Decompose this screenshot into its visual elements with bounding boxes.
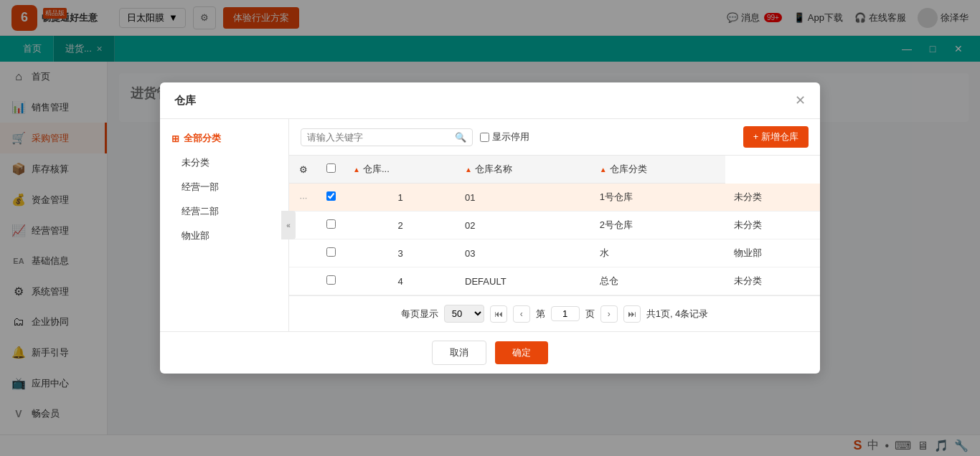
sort-icon-cat[interactable]: ▲ (600, 166, 607, 174)
category-property[interactable]: 物业部 (160, 224, 288, 248)
row-category-cell: 未分类 (725, 267, 820, 295)
grid-icon: ⊞ (171, 133, 179, 144)
all-categories-button[interactable]: ⊞ 全部分类 (160, 126, 288, 151)
row-action-cell (289, 239, 318, 267)
row-action-cell (289, 267, 318, 295)
row-checkbox-cell (318, 212, 344, 239)
table-row[interactable]: 4 DEFAULT 总仓 未分类 (289, 267, 820, 295)
row-checkbox-cell (318, 184, 344, 212)
warehouse-table-wrap: ⚙ ▲ 仓库... (289, 156, 820, 295)
row-code-cell: 03 (456, 239, 591, 267)
row-category-cell: 未分类 (725, 212, 820, 239)
show-disabled-checkbox[interactable] (480, 133, 489, 142)
col-header-category: ▲ 仓库分类 (591, 156, 726, 184)
row-code-cell: 01 (456, 184, 591, 212)
page-number-input[interactable] (551, 306, 580, 321)
modal-footer: 取消 确定 (160, 331, 820, 374)
modal-overlay: 仓库 ✕ ⊞ 全部分类 未分类 经营一部 经营二部 物业部 « (0, 0, 980, 456)
col-header-code: ▲ 仓库... (344, 156, 456, 184)
per-page-select[interactable]: 50 100 (444, 305, 484, 323)
sort-icon[interactable]: ▲ (353, 166, 360, 174)
modal-body: ⊞ 全部分类 未分类 经营一部 经营二部 物业部 « 🔍 (160, 119, 820, 331)
page-label: 第 (536, 308, 545, 320)
row-name-cell: 总仓 (591, 267, 726, 295)
col-header-checkbox (318, 156, 344, 184)
select-all-checkbox[interactable] (326, 163, 336, 173)
row-index-cell: 4 (344, 267, 456, 295)
row-checkbox-cell (318, 239, 344, 267)
row-index-cell: 1 (344, 184, 456, 212)
next-page-button[interactable]: › (600, 305, 618, 323)
row-checkbox[interactable] (326, 191, 336, 201)
col-header-gear: ⚙ (289, 156, 318, 184)
row-index-cell: 2 (344, 212, 456, 239)
modal-pagination: 每页显示 50 100 ⏮ ‹ 第 页 › ⏭ 共1页, 4条记录 (289, 295, 820, 331)
row-code-cell: DEFAULT (456, 267, 591, 295)
add-warehouse-button[interactable]: + 新增仓库 (743, 126, 809, 148)
category-ops1[interactable]: 经营一部 (160, 175, 288, 199)
row-category-cell: 物业部 (725, 239, 820, 267)
category-ops2[interactable]: 经营二部 (160, 199, 288, 224)
show-disabled-checkbox-label[interactable]: 显示停用 (480, 130, 529, 143)
row-code-cell: 02 (456, 212, 591, 239)
search-input[interactable] (307, 132, 451, 143)
gear-col-icon: ⚙ (299, 164, 308, 175)
col-header-name: ▲ 仓库名称 (456, 156, 591, 184)
row-name-cell: 水 (591, 239, 726, 267)
sort-icon-name[interactable]: ▲ (465, 166, 472, 174)
modal-category-panel: ⊞ 全部分类 未分类 经营一部 经营二部 物业部 « (160, 119, 289, 331)
table-row[interactable]: 3 03 水 物业部 (289, 239, 820, 267)
search-input-wrap: 🔍 (301, 128, 473, 146)
modal-toolbar: 🔍 显示停用 + 新增仓库 (289, 119, 820, 156)
table-row[interactable]: ··· 1 01 1号仓库 未分类 (289, 184, 820, 212)
row-name-cell: 1号仓库 (591, 184, 726, 212)
table-header-row: ⚙ ▲ 仓库... (289, 156, 820, 184)
first-page-button[interactable]: ⏮ (490, 305, 507, 323)
row-checkbox-cell (318, 267, 344, 295)
modal-title: 仓库 (174, 94, 196, 108)
pagination-summary: 共1页, 4条记录 (646, 308, 709, 320)
confirm-button[interactable]: 确定 (495, 341, 548, 364)
cancel-button[interactable]: 取消 (432, 341, 486, 365)
row-action-cell: ··· (289, 184, 318, 212)
category-unclassified[interactable]: 未分类 (160, 151, 288, 175)
modal-close-button[interactable]: ✕ (795, 92, 806, 108)
prev-page-button[interactable]: ‹ (513, 305, 530, 323)
warehouse-modal: 仓库 ✕ ⊞ 全部分类 未分类 经营一部 经营二部 物业部 « (160, 82, 820, 374)
search-icon: 🔍 (455, 132, 466, 143)
modal-right-panel: 🔍 显示停用 + 新增仓库 ⚙ (289, 119, 820, 331)
last-page-button[interactable]: ⏭ (623, 305, 641, 323)
modal-header: 仓库 ✕ (160, 82, 820, 119)
page-unit: 页 (585, 308, 595, 320)
per-page-label: 每页显示 (401, 308, 438, 320)
row-checkbox[interactable] (326, 247, 336, 257)
row-more-icon[interactable]: ··· (300, 192, 308, 203)
row-category-cell: 未分类 (725, 184, 820, 212)
row-name-cell: 2号仓库 (591, 212, 726, 239)
row-checkbox[interactable] (326, 219, 336, 229)
row-checkbox[interactable] (326, 275, 336, 285)
warehouse-table: ⚙ ▲ 仓库... (289, 156, 820, 295)
collapse-panel-button[interactable]: « (281, 211, 296, 239)
table-row[interactable]: 2 02 2号仓库 未分类 (289, 212, 820, 239)
row-index-cell: 3 (344, 239, 456, 267)
